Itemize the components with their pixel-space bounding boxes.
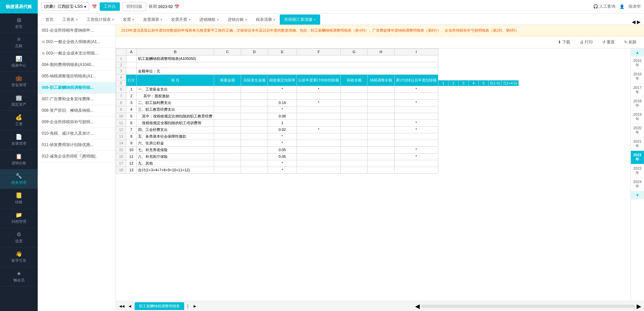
cell-g-3[interactable]	[341, 99, 368, 106]
more-sheets-icon[interactable]: ⋮	[185, 304, 190, 309]
tab-home[interactable]: 首页	[41, 14, 58, 25]
sheet-tab-main[interactable]: 职工薪酬纳税调整明细表	[135, 302, 184, 310]
cell-c-4[interactable]	[214, 106, 241, 113]
cell-h-10[interactable]	[368, 146, 395, 153]
cell-c-12[interactable]	[214, 160, 241, 167]
year-nav-down[interactable]: ▼	[631, 191, 644, 199]
cell-h-5[interactable]	[368, 113, 395, 119]
cell-e-8[interactable]: *	[268, 133, 297, 140]
form-item-002[interactable]: ⊘ 002-一般企业收入明细表(A1...	[38, 36, 115, 48]
tab-invoice[interactable]: 发票 ×	[118, 14, 139, 25]
cell-seq-3[interactable]: 3	[126, 99, 137, 106]
year-2022[interactable]: 2022年	[631, 151, 644, 164]
period-calendar-icon[interactable]: 📅	[174, 4, 179, 9]
cell-h-6[interactable]	[368, 119, 395, 126]
cell-d-2[interactable]	[241, 93, 268, 99]
cell-label-2[interactable]: 其中：股权激励	[137, 93, 214, 99]
cell-i-10[interactable]: *	[395, 146, 438, 153]
cell-seq-10[interactable]: 10	[126, 146, 137, 153]
tab-invoice-issue[interactable]: 发票开票 ×	[167, 14, 195, 25]
cell-i-3[interactable]: *	[395, 99, 438, 106]
cell-i-6[interactable]: *	[395, 119, 438, 126]
form-item-001[interactable]: 001-企业所得税年度纳税申...	[38, 25, 115, 36]
cell-seq-7[interactable]: 7	[126, 126, 137, 133]
year-2017[interactable]: 2017年	[631, 83, 644, 97]
year-2015[interactable]: 2015年	[631, 57, 644, 70]
cell-g-12[interactable]	[341, 160, 368, 167]
cell-e-1[interactable]: *	[268, 86, 297, 93]
cell-d-8[interactable]	[241, 133, 268, 140]
cell-d-5[interactable]	[241, 113, 268, 119]
cell-h-9[interactable]	[368, 140, 395, 146]
year-2021[interactable]: 2021年	[631, 137, 644, 151]
cell-seq-11[interactable]: 11	[126, 153, 137, 160]
tab-tax-forms[interactable]: 税表清册 ×	[251, 14, 280, 25]
form-item-007[interactable]: 007-广告费和业务宣传费降...	[38, 94, 115, 105]
cell-f-10[interactable]	[297, 146, 341, 153]
sidebar-item-assets[interactable]: 🏢 固定资产	[0, 91, 38, 111]
cell-c-8[interactable]	[214, 133, 241, 140]
cell-i-5[interactable]	[395, 113, 438, 119]
cell-f-8[interactable]	[297, 133, 341, 140]
print-button[interactable]: 🖨 打印	[578, 38, 595, 46]
cell-f-9[interactable]	[297, 140, 341, 146]
cell-e-9[interactable]: *	[268, 140, 297, 146]
tab-close-purchase-audit[interactable]: ×	[217, 18, 219, 22]
cell-label-1[interactable]: 一、工资薪金支出	[137, 86, 214, 93]
sheet-nav-next[interactable]: ▶	[192, 303, 198, 310]
cell-e-2[interactable]	[268, 93, 297, 99]
sidebar-item-vip[interactable]: ★ 畅会员	[0, 267, 38, 286]
cell-g-2[interactable]	[341, 93, 368, 99]
cell-d-6[interactable]	[241, 119, 268, 126]
sheet-nav-first[interactable]: ◀◀	[118, 303, 125, 310]
cell-f-12[interactable]	[297, 160, 341, 167]
cell-i-9[interactable]	[395, 140, 438, 146]
sidebar-item-archive[interactable]: 📁 归档管理	[0, 208, 38, 228]
cell-A2[interactable]	[126, 62, 137, 68]
sidebar-item-reports[interactable]: 📊 报表中心	[0, 52, 38, 72]
tab-close-salary-stats[interactable]: ×	[112, 18, 114, 22]
sidebar-item-funds[interactable]: 💼 资金管理	[0, 72, 38, 91]
cell-f-5[interactable]	[297, 113, 341, 119]
cell-d-9[interactable]	[241, 140, 268, 146]
cell-seq-12[interactable]: 12	[126, 160, 137, 167]
collapse-panel-button[interactable]: 《	[77, 151, 82, 160]
form-item-005[interactable]: 005-纳税调整项目明细表(A1...	[38, 71, 115, 82]
cell-A1[interactable]	[126, 55, 137, 62]
cell-i-13[interactable]	[395, 167, 438, 173]
cell-seq-8[interactable]: 8	[126, 133, 137, 140]
sidebar-item-close[interactable]: 📒 结账	[0, 189, 38, 208]
tab-close-invoice-issue[interactable]: ×	[189, 18, 191, 22]
cell-c-1[interactable]	[214, 86, 241, 93]
old-version-button[interactable]: 切到旧版	[123, 2, 146, 11]
refresh-button[interactable]: ↻ 刷新	[622, 38, 639, 46]
cell-h-12[interactable]	[368, 160, 395, 167]
cell-label-8[interactable]: 五、各类基本社会保障性缴款	[137, 133, 214, 140]
cell-e-5[interactable]: 0.08	[268, 113, 297, 119]
cell-c-5[interactable]	[214, 113, 241, 119]
cell-seq-4[interactable]: 4	[126, 106, 137, 113]
tab-purchase-audit[interactable]: 进销稽核 ×	[195, 14, 223, 25]
form-item-004[interactable]: 004-期间费用明细表(A1040...	[38, 59, 115, 71]
cell-d-11[interactable]	[241, 153, 268, 160]
cell-c-9[interactable]	[214, 140, 241, 146]
cell-label-12[interactable]: 九、其他	[137, 160, 214, 167]
year-2023[interactable]: 2023年	[631, 164, 644, 178]
sheet-nav-prev[interactable]: ◀	[127, 303, 133, 310]
cell-f-1[interactable]: *	[297, 86, 341, 93]
cell-h-3[interactable]	[368, 99, 395, 106]
cell-g-1[interactable]	[341, 86, 368, 93]
sidebar-item-purchase-sales[interactable]: 📋 进销台账	[0, 150, 38, 169]
form-item-011[interactable]: 011-研发费用加计扣除优惠...	[38, 139, 115, 151]
cell-g-9[interactable]	[341, 140, 368, 146]
work-bench-button[interactable]: 工作台	[100, 2, 120, 11]
cell-i-4[interactable]	[395, 106, 438, 113]
form-item-003[interactable]: ⊘ 003-一般企业成本支出明细...	[38, 48, 115, 59]
sheet-main[interactable]: A B C D E F G H I	[116, 48, 631, 301]
cell-c-13[interactable]	[214, 167, 241, 173]
cell-label-11[interactable]: 八、补充医疗保险	[137, 153, 214, 160]
cell-g-11[interactable]	[341, 153, 368, 160]
cell-seq-6[interactable]: 6	[126, 119, 137, 126]
cell-i-1[interactable]: *	[395, 86, 438, 93]
tab-close-purchase-ledger[interactable]: ×	[245, 18, 247, 22]
